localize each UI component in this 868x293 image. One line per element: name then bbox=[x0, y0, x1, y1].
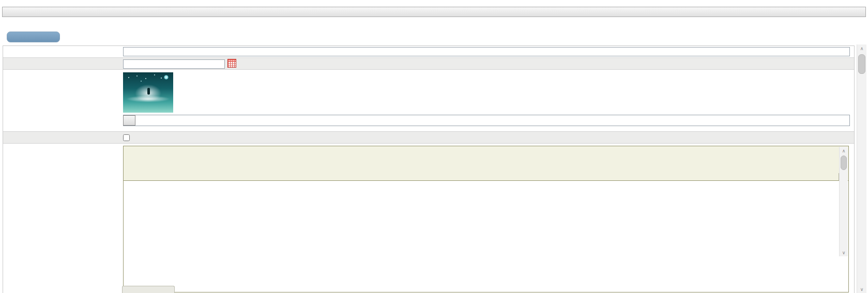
page-scroll-up-button[interactable]: ∧ bbox=[857, 44, 866, 52]
header-photo-thumbnail bbox=[123, 72, 173, 113]
page-scroll-thumb[interactable] bbox=[858, 54, 865, 74]
editor-toolbar-row2 bbox=[124, 158, 848, 169]
thumbnail-bright-spot bbox=[164, 75, 169, 80]
form-row-name bbox=[3, 46, 854, 58]
form-row-date bbox=[3, 58, 854, 70]
user-strip bbox=[0, 0, 865, 7]
save-button[interactable] bbox=[7, 32, 60, 42]
page-scrollbar[interactable]: ∧ ∨ bbox=[857, 44, 866, 293]
file-input[interactable] bbox=[123, 115, 850, 126]
thumbnail-figure bbox=[147, 88, 150, 95]
editor-toolbar-row3 bbox=[124, 169, 848, 180]
editor-content[interactable] bbox=[124, 180, 848, 292]
page-scroll-down-button[interactable]: ∨ bbox=[857, 285, 866, 293]
news-edit-form: ▴ ∧ ∨ bbox=[3, 45, 855, 293]
calendar-icon[interactable] bbox=[227, 59, 236, 68]
form-row-photo bbox=[3, 70, 854, 132]
date-input[interactable] bbox=[123, 59, 225, 69]
editor-toolbar-row1 bbox=[124, 146, 848, 158]
admin-news-editor-screen: ▴ ∧ ∨ ∧ ∨ bbox=[0, 0, 868, 293]
breadcrumb bbox=[7, 22, 9, 29]
main-nav bbox=[2, 7, 866, 17]
name-input[interactable] bbox=[123, 47, 850, 56]
form-row-description: ▴ ∧ ∨ bbox=[3, 144, 854, 293]
thumbnail-floor-glow bbox=[126, 96, 170, 102]
editor-scroll-up-button[interactable]: ∧ bbox=[840, 147, 848, 155]
editor-scroll-down-button[interactable]: ∨ bbox=[840, 249, 848, 256]
editor-scrollbar[interactable]: ∧ ∨ bbox=[839, 147, 848, 256]
rich-text-editor: ▴ ∧ ∨ bbox=[123, 146, 849, 292]
thumbnail-stars bbox=[128, 77, 129, 78]
form-row-active bbox=[3, 132, 854, 144]
active-checkbox[interactable] bbox=[123, 134, 130, 141]
editor-bottom-bar bbox=[122, 286, 175, 293]
editor-scroll-thumb[interactable] bbox=[841, 156, 847, 170]
browse-button[interactable] bbox=[123, 115, 135, 126]
